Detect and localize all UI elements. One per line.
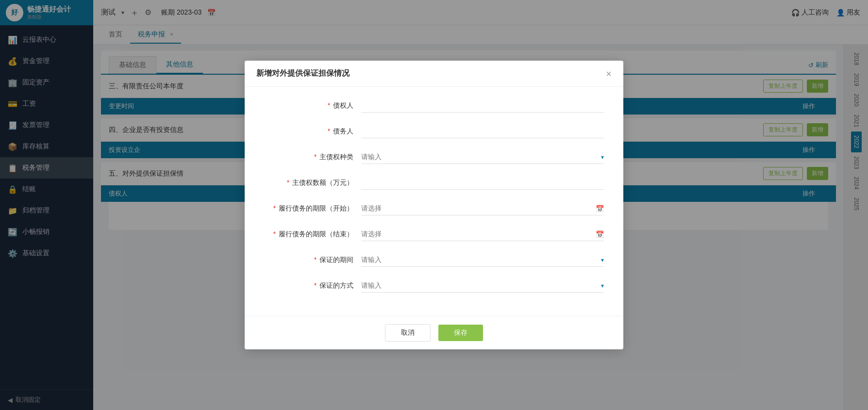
modal-overlay: 新增对外提供保证担保情况 × * 债权人 * 债务人 bbox=[0, 0, 868, 410]
label-period-end: * 履行债务的期限（结束） bbox=[264, 230, 361, 239]
label-guarantee-period: * 保证的期间 bbox=[264, 256, 361, 264]
label-principal-type: * 主债权种类 bbox=[264, 153, 361, 162]
date-input-period-end[interactable] bbox=[361, 227, 604, 241]
modal-dialog: 新增对外提供保证担保情况 × * 债权人 * 债务人 bbox=[245, 61, 623, 349]
label-guarantee-method: * 保证的方式 bbox=[264, 281, 361, 290]
form-row-guarantee-period: * 保证的期间 ▾ bbox=[264, 253, 604, 267]
label-principal-amount: * 主债权数额（万元） bbox=[264, 179, 361, 187]
modal-close-button[interactable]: × bbox=[606, 69, 612, 79]
label-creditor: * 债权人 bbox=[264, 101, 361, 110]
label-debtor: * 债务人 bbox=[264, 127, 361, 136]
form-row-period-start: * 履行债务的期限（开始） 📅 bbox=[264, 201, 604, 215]
select-principal-type[interactable] bbox=[361, 150, 604, 164]
input-principal-amount[interactable] bbox=[361, 176, 604, 190]
date-wrap-period-end: 📅 bbox=[361, 227, 604, 241]
modal-footer: 取消 保存 bbox=[245, 316, 623, 349]
form-row-principal-amount: * 主债权数额（万元） bbox=[264, 176, 604, 190]
save-button[interactable]: 保存 bbox=[438, 325, 483, 341]
required-star: * bbox=[314, 153, 317, 161]
required-star: * bbox=[314, 281, 317, 289]
input-creditor[interactable] bbox=[361, 98, 604, 113]
required-star: * bbox=[314, 256, 317, 263]
select-guarantee-period[interactable] bbox=[361, 253, 604, 267]
date-input-period-start[interactable] bbox=[361, 201, 604, 215]
required-star: * bbox=[328, 101, 330, 109]
form-row-period-end: * 履行债务的期限（结束） 📅 bbox=[264, 227, 604, 241]
input-debtor[interactable] bbox=[361, 124, 604, 138]
form-row-debtor: * 债务人 bbox=[264, 124, 604, 138]
select-guarantee-method[interactable] bbox=[361, 279, 604, 293]
cancel-button[interactable]: 取消 bbox=[385, 324, 431, 342]
required-star: * bbox=[273, 230, 276, 238]
required-star: * bbox=[287, 179, 289, 186]
date-wrap-period-start: 📅 bbox=[361, 201, 604, 215]
modal-body: * 债权人 * 债务人 * 主债权种类 bbox=[245, 87, 623, 316]
form-row-guarantee-method: * 保证的方式 ▾ bbox=[264, 279, 604, 293]
select-wrap-guarantee-period: ▾ bbox=[361, 253, 604, 267]
modal-title: 新增对外提供保证担保情况 bbox=[256, 68, 350, 79]
form-row-creditor: * 债权人 bbox=[264, 98, 604, 113]
required-star: * bbox=[328, 127, 330, 135]
label-period-start: * 履行债务的期限（开始） bbox=[264, 204, 361, 213]
modal-header: 新增对外提供保证担保情况 × bbox=[245, 61, 623, 87]
required-star: * bbox=[273, 204, 276, 212]
select-wrap-principal-type: ▾ bbox=[361, 150, 604, 164]
select-wrap-guarantee-method: ▾ bbox=[361, 279, 604, 293]
form-row-principal-type: * 主债权种类 ▾ bbox=[264, 150, 604, 164]
